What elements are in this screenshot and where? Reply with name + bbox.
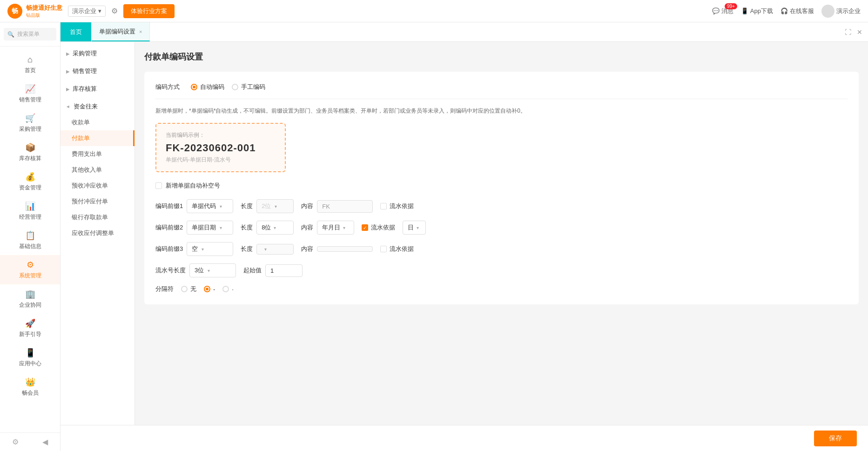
auto-encode-radio[interactable]: 自动编码: [191, 83, 224, 91]
sidebar-item-enterprise[interactable]: 🏢 企业协同: [0, 284, 60, 314]
sub-group-inventory-header[interactable]: ▶ 库存核算: [61, 81, 135, 97]
prefix3-serial-label: 流水依据: [390, 245, 414, 253]
sub-item-bank-deposit[interactable]: 银行存取款单: [61, 209, 135, 225]
search-icon: 🔍: [7, 31, 14, 38]
auto-fill-checkbox[interactable]: [155, 182, 162, 189]
sub-item-receipt[interactable]: 收款单: [61, 114, 135, 130]
prefix2-length-select[interactable]: 8位 ▾: [256, 221, 294, 235]
prefix3-arrow-icon: ▾: [202, 247, 204, 252]
sub-item-prepay-pay[interactable]: 预付冲应付单: [61, 194, 135, 209]
prefix2-content-select[interactable]: 年月日 ▾: [317, 221, 354, 235]
sidebar-item-guide[interactable]: 🚀 新手引导: [0, 314, 60, 343]
prefix2-content-value: 年月日: [322, 223, 340, 232]
prefix2-serial-check[interactable]: ✓ 流水依据: [362, 223, 395, 232]
prefix1-serial-check[interactable]: 流水依据: [380, 202, 414, 210]
separator-row: 分隔符 无 - ·: [155, 285, 848, 293]
user-area[interactable]: 演示企业: [821, 5, 861, 18]
sidebar-item-home[interactable]: ⌂ 首页: [0, 50, 60, 79]
auto-encode-radio-circle: [191, 84, 197, 90]
sidebar-item-finance-label: 资金管理: [19, 184, 41, 192]
online-service-item[interactable]: 🎧 在线客服: [781, 7, 814, 15]
sub-item-other-income[interactable]: 其他收入单: [61, 162, 135, 178]
page-footer: 保存: [61, 425, 868, 451]
sub-item-prepay-receive[interactable]: 预收冲应收单: [61, 178, 135, 194]
sep-dot-radio[interactable]: ·: [222, 286, 234, 293]
prefix3-serial-checkbox: [380, 246, 387, 252]
arrow-sales-icon: ▶: [66, 69, 70, 74]
prefix1-select[interactable]: 单据代码 ▾: [187, 199, 233, 213]
prefix1-serial-checkbox: [380, 203, 387, 209]
manual-encode-radio[interactable]: 手工编码: [232, 83, 265, 91]
settings-icon[interactable]: ⚙: [111, 7, 118, 15]
start-value-input[interactable]: [265, 264, 303, 277]
sep-none-radio[interactable]: 无: [181, 285, 196, 293]
form-card: 编码方式 自动编码 手工编码: [144, 72, 859, 304]
prefix1-label: 编码前缀1: [155, 202, 183, 210]
prefix1-serial-label: 流水依据: [390, 202, 414, 210]
prefix2-serial-unit-select[interactable]: 日 ▾: [403, 221, 426, 235]
prefix3-field-group: 编码前缀3 空 ▾: [155, 242, 233, 256]
sub-item-ar-ap-adjust[interactable]: 应收应付调整单: [61, 225, 135, 241]
prefix3-length-select[interactable]: ▾: [256, 244, 294, 255]
prefix3-serial-check[interactable]: 流水依据: [380, 245, 414, 253]
company-selector[interactable]: 演示企业 ▾: [68, 6, 106, 17]
sidebar-item-basic-label: 基础信息: [19, 242, 41, 250]
sub-group-inventory-label: 库存核算: [73, 85, 97, 93]
prefix2-length-value: 8位: [262, 223, 271, 232]
sidebar-item-app[interactable]: 📱 应用中心: [0, 343, 60, 372]
prefix2-length-label: 长度: [241, 223, 253, 232]
sidebar-item-purchase[interactable]: 🛒 采购管理: [0, 108, 60, 138]
avatar: [821, 5, 834, 18]
sub-group-purchase-label: 采购管理: [73, 49, 97, 58]
sub-item-expense[interactable]: 费用支出单: [61, 146, 135, 162]
encode-radio-group: 自动编码 手工编码: [191, 83, 265, 91]
preview-label: 当前编码示例：: [166, 131, 276, 139]
sidebar-item-member[interactable]: 👑 畅会员: [0, 372, 60, 402]
window-close-icon[interactable]: ✕: [857, 28, 862, 36]
collapse-icon[interactable]: ◀: [42, 438, 48, 446]
prefix3-label: 编码前缀3: [155, 245, 183, 253]
sidebar-item-system[interactable]: ⚙ 系统管理: [0, 255, 60, 284]
sidebar-bottom: ⚙ ◀: [0, 432, 60, 451]
sub-group-purchase-header[interactable]: ▶ 采购管理: [61, 46, 135, 61]
sidebar-item-basic[interactable]: 📋 基础信息: [0, 226, 60, 255]
tab-close-icon[interactable]: ×: [139, 29, 142, 34]
settings-bottom-icon[interactable]: ⚙: [12, 438, 19, 446]
prefix1-length-group: 长度 2位 ▾: [241, 199, 294, 213]
prefix2-unit-arrow-icon: ▾: [417, 225, 419, 230]
prefix2-content-label: 内容: [301, 223, 313, 232]
sub-layout: ▶ 采购管理 ▶ 销售管理 ▶ 库存核算: [61, 42, 868, 425]
sidebar-item-sales[interactable]: 📈 销售管理: [0, 79, 60, 108]
search-input-trigger[interactable]: 🔍 搜索菜单: [4, 28, 56, 40]
app-download-item[interactable]: 📱 App下载: [741, 7, 773, 15]
operation-icon: 📊: [25, 201, 35, 211]
sub-group-sales-header[interactable]: ▶ 销售管理: [61, 63, 135, 79]
sub-item-payment[interactable]: 付款单: [61, 130, 135, 146]
message-item[interactable]: 💬 消息 99+: [712, 7, 733, 15]
app-download-label: App下载: [750, 7, 773, 15]
prefix3-length-group: 长度 ▾: [241, 244, 294, 255]
tab-home-label: 首页: [70, 28, 82, 36]
sidebar-item-operation-label: 经营管理: [19, 213, 41, 221]
arrow-inventory-icon: ▶: [66, 87, 70, 92]
serial-length-select[interactable]: 3位 ▾: [189, 263, 236, 277]
prefix3-select[interactable]: 空 ▾: [187, 242, 233, 256]
save-button[interactable]: 保存: [814, 431, 857, 446]
prefix1-content-field: FK: [317, 200, 373, 213]
tab-home[interactable]: 首页: [61, 22, 92, 41]
serial-length-label: 流水号长度: [155, 266, 186, 275]
dropdown-arrow-icon: ▾: [98, 7, 101, 14]
auto-fill-row: 新增单据自动补空号: [155, 182, 848, 190]
sidebar-item-operation[interactable]: 📊 经营管理: [0, 196, 60, 226]
trial-button[interactable]: 体验行业方案: [123, 4, 175, 18]
prefix2-select[interactable]: 单据日期 ▾: [187, 221, 233, 235]
sidebar-item-app-label: 应用中心: [19, 360, 41, 368]
maximize-icon[interactable]: ⛶: [845, 28, 851, 36]
sidebar-item-finance[interactable]: 💰 资金管理: [0, 167, 60, 196]
sidebar-search-area[interactable]: 🔍 搜索菜单: [0, 22, 60, 47]
sub-group-capital-header[interactable]: ▼ 资金往来: [61, 99, 135, 114]
sidebar-item-inventory[interactable]: 📦 库存核算: [0, 138, 60, 167]
prefix1-length-label: 长度: [241, 202, 253, 210]
tab-encode-settings[interactable]: 单据编码设置 ×: [92, 22, 150, 41]
sep-dash-radio[interactable]: -: [204, 286, 215, 293]
